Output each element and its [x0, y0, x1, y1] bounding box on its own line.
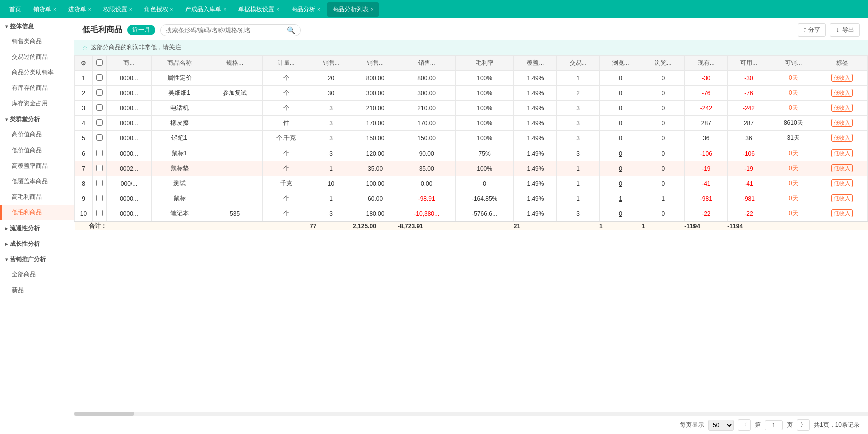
row-stock: -981	[684, 191, 727, 206]
row-browse1: 1	[599, 191, 642, 206]
sidebar-item-high-profit[interactable]: 高毛利商品	[0, 189, 74, 205]
row-checkbox[interactable]	[96, 195, 103, 201]
row-no: 6	[75, 146, 93, 161]
page-header: 低毛利商品 近一月 🔍 ⤴ 分享 ⤓ 导出	[74, 18, 868, 40]
table-row: 8 000/... 测试 千克 10 100.00 0.00 0 1.49% 1…	[75, 176, 868, 191]
search-box[interactable]: 🔍	[160, 24, 301, 36]
close-icon[interactable]: ×	[129, 7, 132, 12]
scroll-bar-area[interactable]	[74, 412, 868, 416]
search-input[interactable]	[166, 27, 284, 34]
sidebar-group-growth[interactable]: ▸ 成长性分析	[0, 236, 74, 251]
nav-permissions[interactable]: 权限设置 ×	[98, 2, 137, 17]
page-number-input[interactable]	[765, 420, 783, 430]
row-checkbox[interactable]	[96, 104, 103, 111]
row-checkbox[interactable]	[96, 210, 103, 216]
row-browse1: 0	[599, 146, 642, 161]
close-icon[interactable]: ×	[170, 7, 173, 12]
row-checkbox[interactable]	[96, 180, 103, 186]
prev-page-button[interactable]: 〈	[738, 419, 751, 431]
sidebar-item-low-value[interactable]: 低价值商品	[0, 142, 74, 158]
col-unit: 计量...	[262, 56, 310, 71]
row-profit-rate: 100%	[455, 86, 514, 101]
row-name: 测试	[151, 176, 207, 191]
close-icon[interactable]: ×	[371, 7, 374, 12]
row-gross-rate: 1.49%	[514, 101, 557, 116]
row-checkbox[interactable]	[96, 89, 103, 96]
row-code: 0000...	[107, 131, 152, 146]
close-icon[interactable]: ×	[317, 7, 320, 12]
row-profit-rate: 100%	[455, 71, 514, 86]
row-code: 0000...	[107, 116, 152, 131]
row-no: 7	[75, 161, 93, 176]
row-checkbox[interactable]	[96, 119, 103, 126]
row-coverage: 3	[557, 131, 599, 146]
sidebar-group-flow[interactable]: ▸ 流通性分析	[0, 220, 74, 236]
row-checkbox[interactable]	[96, 134, 103, 141]
sidebar-item-high-coverage[interactable]: 高覆盖率商品	[0, 158, 74, 174]
footer-empty3	[207, 221, 262, 230]
row-browse1: 0	[599, 176, 642, 191]
sidebar-item-sales-goods[interactable]: 销售类商品	[0, 34, 74, 49]
nav-product-analysis[interactable]: 商品分析 ×	[286, 2, 325, 17]
row-checkbox[interactable]	[96, 165, 103, 171]
sidebar-item-capital-usage[interactable]: 库存资金占用	[0, 96, 74, 111]
nav-product-analysis-list[interactable]: 商品分析列表 ×	[327, 2, 379, 17]
row-checkbox[interactable]	[96, 74, 103, 81]
header-actions: ⤴ 分享 ⤓ 导出	[798, 23, 860, 37]
row-checkbox-cell	[93, 176, 107, 191]
scroll-thumb[interactable]	[74, 412, 134, 416]
nav-purchase[interactable]: 进货单 ×	[63, 2, 96, 17]
row-sellable: 0天	[770, 146, 817, 161]
close-icon[interactable]: ×	[88, 7, 91, 12]
sidebar-group-overall[interactable]: ▾ 整体信息	[0, 18, 74, 34]
sidebar-item-high-value[interactable]: 高价值商品	[0, 127, 74, 142]
sidebar-item-all-goods[interactable]: 全部商品	[0, 267, 74, 282]
nav-role-auth[interactable]: 角色授权 ×	[139, 2, 179, 17]
sidebar-item-low-coverage[interactable]: 低覆盖率商品	[0, 174, 74, 189]
col-sale-profit: 销售...	[398, 56, 455, 71]
row-code: 0000...	[107, 101, 152, 116]
row-unit: 个	[262, 206, 310, 222]
row-checkbox[interactable]	[96, 150, 103, 156]
nav-product-entry[interactable]: 产成品入库单 ×	[180, 2, 231, 17]
nav-home[interactable]: 首页	[4, 2, 26, 17]
row-spec	[207, 116, 262, 131]
row-sale-price: 210.00	[353, 101, 398, 116]
close-icon[interactable]: ×	[223, 7, 226, 12]
sidebar-group-marketing[interactable]: ▾ 营销推广分析	[0, 251, 74, 267]
sidebar-group-cluster[interactable]: ▾ 类群堂分析	[0, 111, 74, 127]
row-checkbox-cell	[93, 206, 107, 222]
footer-profit-rate	[455, 221, 514, 230]
row-profit-rate: 100%	[455, 161, 514, 176]
row-spec	[207, 191, 262, 206]
select-all-checkbox[interactable]	[96, 59, 103, 66]
sidebar-item-stocked-goods[interactable]: 有库存的商品	[0, 80, 74, 96]
search-icon[interactable]: 🔍	[287, 26, 295, 34]
row-stock: -30	[684, 71, 727, 86]
table-row: 9 0000... 鼠标 个 1 60.00 -98.91 -164.85% 1…	[75, 191, 868, 206]
nav-sales[interactable]: 销货单 ×	[28, 2, 61, 17]
row-no: 4	[75, 116, 93, 131]
row-unit: 个	[262, 161, 310, 176]
sidebar-item-category-rate[interactable]: 商品分类助销率	[0, 65, 74, 80]
row-available: -41	[727, 176, 770, 191]
export-button[interactable]: ⤓ 导出	[830, 23, 860, 37]
row-sale-qty: 30	[310, 86, 353, 101]
sidebar-item-traded-goods[interactable]: 交易过的商品	[0, 49, 74, 65]
nav-template-settings[interactable]: 单据模板设置 ×	[233, 2, 284, 17]
sidebar-item-new-goods[interactable]: 新品	[0, 282, 74, 298]
page-size-select[interactable]: 50 10 20 100	[708, 420, 734, 431]
next-page-button[interactable]: 〉	[797, 419, 810, 431]
close-icon[interactable]: ×	[53, 7, 56, 12]
row-checkbox-cell	[93, 161, 107, 176]
row-sellable: 0天	[770, 101, 817, 116]
sidebar-item-low-profit[interactable]: 低毛利商品	[0, 205, 74, 220]
close-icon[interactable]: ×	[276, 7, 279, 12]
row-code: 0000...	[107, 146, 152, 161]
share-button[interactable]: ⤴ 分享	[798, 23, 826, 37]
row-gross-rate: 1.49%	[514, 146, 557, 161]
date-badge[interactable]: 近一月	[127, 25, 155, 35]
row-tag: 低收入	[817, 191, 867, 206]
footer-sale-profit: -8,723.91	[398, 221, 455, 230]
row-browse1: 0	[599, 161, 642, 176]
